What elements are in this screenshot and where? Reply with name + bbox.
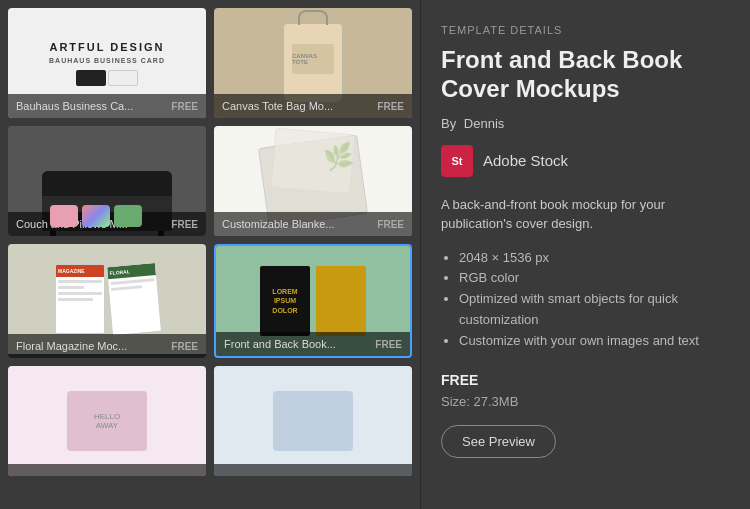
details-label: TEMPLATE DETAILS [441,24,730,36]
author-line: By Dennis [441,116,730,131]
provider-name: Adobe Stock [483,152,568,169]
card-title: Canvas Tote Bag Mo... [222,100,333,112]
card-title: Bauhaus Business Ca... [16,100,133,112]
template-grid: ARTFUL DESIGN BAUHAUS BUSINESS CARD Bauh… [0,0,420,509]
template-card-book[interactable]: LOREMIPSUMDOLOR Front and Back Book... F… [214,244,412,358]
card-title: Customizable Blanke... [222,218,335,230]
provider-icon: St [441,145,473,177]
provider-row: St Adobe Stock [441,145,730,177]
card-badge: FREE [377,101,404,112]
template-card-bottom-left[interactable]: HELLOAWAY [8,366,206,476]
price-label: FREE [441,372,730,388]
card-badge: FREE [171,101,198,112]
feature-item: RGB color [459,268,730,289]
template-card-couch[interactable]: Couch and Pillows M... FREE [8,126,206,236]
template-card-tote[interactable]: CANVAS TOTE Canvas Tote Bag Mo... FREE [214,8,412,118]
detail-panel: TEMPLATE DETAILS Front and Back Book Cov… [420,0,750,509]
author-name: Dennis [464,116,504,131]
size-label: Size: 27.3MB [441,394,730,409]
template-card-magazine[interactable]: MAGAZINE FLORAL [8,244,206,358]
price-section: FREE [441,372,730,388]
description: A back-and-front book mockup for your pu… [441,195,730,234]
card-title: Floral Magazine Moc... [16,340,127,352]
template-card-bauhaus[interactable]: ARTFUL DESIGN BAUHAUS BUSINESS CARD Bauh… [8,8,206,118]
by-text: By [441,116,456,131]
feature-item: 2048 × 1536 px [459,248,730,269]
feature-item: Optimized with smart objects for quick c… [459,289,730,331]
card-badge: FREE [171,219,198,230]
card-title: Front and Back Book... [224,338,336,350]
features-list: 2048 × 1536 px RGB color Optimized with … [441,248,730,352]
template-card-blanket[interactable]: 🌿 Customizable Blanke... FREE [214,126,412,236]
card-badge: FREE [171,341,198,352]
template-card-bottom-right[interactable] [214,366,412,476]
card-badge: FREE [377,219,404,230]
feature-item: Customize with your own images and text [459,331,730,352]
card-badge: FREE [375,339,402,350]
template-title: Front and Back Book Cover Mockups [441,46,730,104]
preview-button[interactable]: See Preview [441,425,556,458]
